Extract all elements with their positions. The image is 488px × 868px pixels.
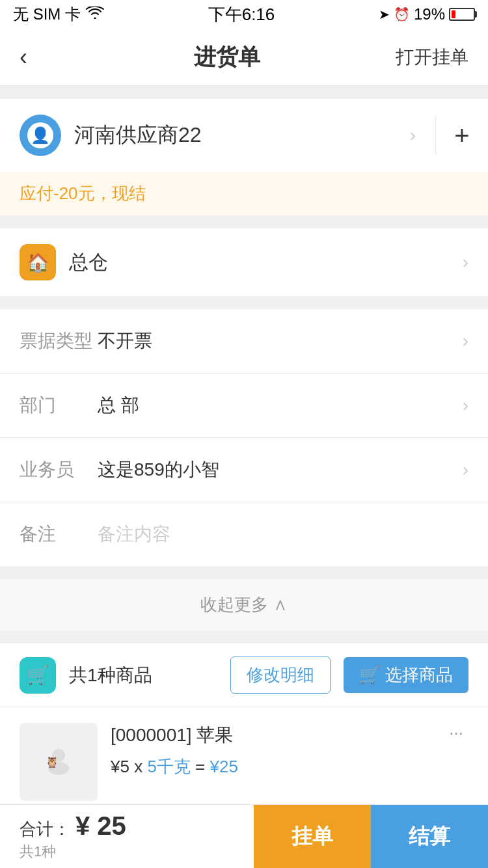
location-icon: ➤ [379, 7, 390, 22]
collapse-row[interactable]: 收起更多 ∧ [0, 579, 488, 631]
count-sub: 共1种 [20, 842, 234, 861]
supplier-name: 河南供应商22 [74, 121, 397, 150]
back-button[interactable]: ‹ [20, 44, 59, 71]
summary-info: 合计： ¥ 25 共1种 [0, 805, 254, 868]
battery-percent: 19% [414, 5, 445, 23]
supplier-chevron-icon: › [410, 125, 416, 146]
supplier-avatar: 👤 [20, 115, 61, 156]
supplier-section: 👤 河南供应商22 › + [0, 99, 488, 172]
modify-detail-button[interactable]: 修改明细 [230, 657, 331, 694]
hang-button[interactable]: 挂单 [254, 805, 371, 868]
status-left: 无 SIM 卡 [13, 4, 104, 25]
salesman-row[interactable]: 业务员 这是859的小智 › [0, 438, 488, 502]
product-count: 共1种商品 [69, 663, 217, 688]
divider-top [0, 86, 488, 99]
salesman-value: 这是859的小智 [98, 457, 463, 482]
department-chevron-icon: › [463, 395, 468, 416]
page-title: 进货单 [194, 42, 260, 72]
department-value: 总 部 [98, 393, 463, 418]
salesman-label: 业务员 [20, 457, 98, 482]
svg-text:🦉: 🦉 [46, 756, 59, 768]
remark-label: 备注 [20, 522, 98, 547]
select-product-cart-icon: 🛒 [359, 665, 380, 685]
status-right: ➤ ⏰ 19% [379, 5, 475, 23]
product-item: 🦉 [0000001] 苹果 ¥5 x 5千克 = ¥25 ··· [0, 707, 488, 817]
total-label: 合计： [20, 818, 70, 841]
product-equals: = [191, 757, 210, 776]
divider-2 [0, 215, 488, 228]
select-product-label: 选择商品 [385, 664, 453, 686]
person-icon: 👤 [31, 126, 50, 144]
salesman-chevron-icon: › [463, 459, 468, 480]
battery-icon [449, 8, 475, 21]
nav-bar: ‹ 进货单 打开挂单 [0, 29, 488, 86]
notice-bar: 应付-20元，现结 [0, 172, 488, 215]
collapse-label: 收起更多 ∧ [200, 593, 287, 616]
select-product-button[interactable]: 🛒 选择商品 [344, 657, 468, 693]
supplier-selector[interactable]: 👤 河南供应商22 › [0, 99, 435, 172]
divider-8 [0, 631, 488, 644]
carrier-label: 无 SIM 卡 [13, 4, 81, 25]
wifi-icon [86, 5, 104, 23]
warehouse-icon-wrap: 🏠 [20, 244, 56, 280]
notice-text: 应付-20元，现结 [20, 183, 146, 203]
invoice-type-value: 不开票 [98, 329, 463, 353]
divider-3 [0, 296, 488, 309]
product-quantity: 5千克 [147, 757, 190, 776]
product-info: [0000001] 苹果 ¥5 x 5千克 = ¥25 [111, 723, 431, 778]
status-bar: 无 SIM 卡 下午6:16 ➤ ⏰ 19% [0, 0, 488, 29]
product-unit-price: ¥5 x [111, 757, 147, 776]
product-icon-wrap: 🛒 [20, 657, 56, 694]
product-total-price: ¥25 [210, 757, 237, 776]
divider-7 [0, 566, 488, 579]
add-supplier-button[interactable]: + [436, 121, 488, 150]
warehouse-name: 总仓 [69, 249, 450, 276]
invoice-type-label: 票据类型 [20, 329, 98, 353]
product-header: 🛒 共1种商品 修改明细 🛒 选择商品 [0, 644, 488, 707]
product-menu-button[interactable]: ··· [444, 723, 468, 743]
remark-row[interactable]: 备注 备注内容 [0, 502, 488, 566]
remark-value[interactable]: 备注内容 [98, 522, 468, 547]
department-row[interactable]: 部门 总 部 › [0, 373, 488, 437]
department-label: 部门 [20, 393, 98, 418]
invoice-type-row[interactable]: 票据类型 不开票 › [0, 309, 488, 373]
open-hang-button[interactable]: 打开挂单 [396, 45, 468, 70]
warehouse-chevron-icon: › [463, 252, 468, 273]
product-name: [0000001] 苹果 [111, 723, 431, 748]
checkout-button[interactable]: 结算 [371, 805, 488, 868]
product-icon: 🛒 [27, 664, 49, 686]
product-title: 苹果 [197, 725, 233, 745]
status-time: 下午6:16 [208, 3, 275, 26]
product-code: [0000001] [111, 725, 197, 745]
product-thumbnail: 🦉 [20, 723, 98, 801]
warehouse-icon: 🏠 [27, 252, 49, 273]
product-price-line: ¥5 x 5千克 = ¥25 [111, 755, 431, 778]
bottom-bar: 合计： ¥ 25 共1种 挂单 结算 [0, 804, 488, 868]
total-amount: ¥ 25 [75, 811, 126, 841]
warehouse-selector[interactable]: 🏠 总仓 › [0, 228, 488, 296]
alarm-icon: ⏰ [394, 7, 410, 22]
invoice-type-chevron-icon: › [463, 331, 468, 351]
